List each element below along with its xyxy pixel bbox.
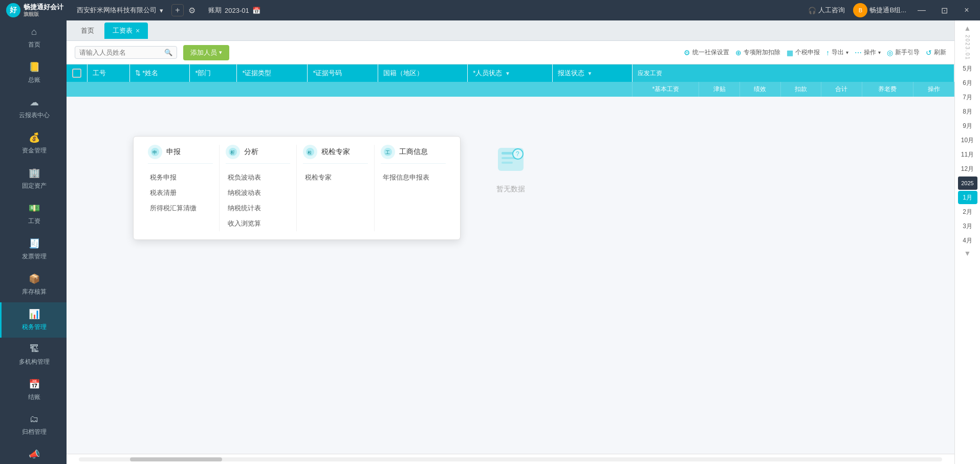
operations-action[interactable]: ⋯ 操作 ▾: [855, 48, 881, 57]
sidebar-label-fixed-assets: 固定资产: [22, 182, 47, 190]
operations-dropdown-icon: ▾: [878, 50, 881, 55]
content-area: 首页 工资表 × 🔍 添加人员 ▾ ⚙ 统一社保设置 ⊕: [67, 20, 954, 464]
sidebar-item-cloud-report[interactable]: ☁ 云报表中心: [0, 91, 67, 126]
horizontal-scrollbar-track[interactable]: [79, 457, 942, 461]
sidebar-item-capital[interactable]: 💰 资金管理: [0, 126, 67, 161]
business-info-section-title: 工商信息: [399, 147, 428, 157]
ledger-icon: 📒: [29, 61, 40, 73]
tax-report-action[interactable]: ▦ 个税申报: [787, 48, 820, 57]
sidebar-item-inventory[interactable]: 📦 库存核算: [0, 267, 67, 302]
sidebar-item-invoice[interactable]: 🧾 发票管理: [0, 232, 67, 267]
rs-month-5[interactable]: 5月: [958, 62, 977, 75]
col-dept-header: *部门: [190, 64, 237, 82]
tab-home[interactable]: 首页: [73, 23, 102, 39]
rs-month-12[interactable]: 12月: [958, 162, 977, 175]
sidebar-item-closing[interactable]: 📅 结账: [0, 372, 67, 408]
sidebar-label-salary: 工资: [28, 217, 40, 226]
header-checkbox[interactable]: [72, 69, 81, 78]
new-guide-action[interactable]: ◎ 新手引导: [887, 48, 920, 57]
sidebar-item-home[interactable]: ⌂ 首页: [0, 20, 67, 55]
rs-month-3[interactable]: 3月: [958, 219, 977, 233]
col-num-header: 工号: [87, 64, 129, 82]
menu-item-income-calc[interactable]: 所得税汇算清缴: [148, 201, 213, 216]
business-info-section-icon: 工: [381, 145, 395, 159]
window-restore-button[interactable]: ⊡: [937, 3, 951, 17]
rs-scroll-up[interactable]: ▲: [961, 23, 975, 34]
search-icon: 🔍: [164, 49, 172, 56]
sidebar-item-fixed-assets[interactable]: 🏢 固定资产: [0, 161, 67, 196]
invoice-icon: 🧾: [29, 238, 40, 249]
col-checkbox-header[interactable]: [67, 64, 87, 82]
company-name: 西安虾米网络科技有限公司: [77, 6, 157, 15]
popup-section-tax-expert-header: 检 税检专家: [303, 145, 368, 164]
special-deduction-action[interactable]: ⊕ 专项附加扣除: [735, 48, 780, 57]
rs-month-2[interactable]: 2月: [958, 205, 977, 218]
add-company-button[interactable]: +: [171, 4, 184, 16]
rs-month-10[interactable]: 10月: [958, 134, 977, 147]
rs-month-6[interactable]: 6月: [958, 76, 977, 90]
social-insurance-action[interactable]: ⚙ 统一社保设置: [684, 48, 729, 57]
rs-month-8[interactable]: 8月: [958, 105, 977, 118]
rs-month-11[interactable]: 11月: [958, 148, 977, 161]
add-person-button[interactable]: 添加人员 ▾: [183, 45, 229, 60]
app-name: 畅捷通好会计: [24, 3, 63, 11]
empty-text: 暂无数据: [496, 185, 525, 194]
col-name-header[interactable]: ⇅ *姓名: [129, 64, 190, 82]
top-bar-actions: 🎧 人工咨询 B 畅捷通B组... — ⊡ ×: [808, 3, 974, 17]
popup-section-business-info-header: 工 工商信息: [381, 145, 446, 164]
menu-item-tax-stats[interactable]: 纳税统计表: [226, 201, 291, 216]
col-status-header[interactable]: *人员状态 ▼: [468, 64, 552, 82]
rs-month-7[interactable]: 7月: [958, 91, 977, 104]
logo-icon: 好: [6, 3, 20, 17]
period-value: 2023-01: [225, 7, 249, 14]
col-report-status-header[interactable]: 报送状态 ▼: [552, 64, 632, 82]
tab-salary-close[interactable]: ×: [136, 27, 140, 34]
svg-text:工: 工: [385, 150, 390, 155]
menu-item-annual-report[interactable]: 年报信息申报表: [381, 170, 446, 185]
sub-col-operations: 操作: [913, 82, 954, 97]
logo-text: 畅捷通好会计 旗舰版: [24, 3, 63, 17]
tax-expert-section-icon: 检: [303, 145, 317, 159]
menu-item-tax-table[interactable]: 税表清册: [148, 185, 213, 201]
window-close-button[interactable]: ×: [960, 3, 974, 17]
operations-icon: ⋯: [855, 49, 862, 57]
menu-item-income-browser[interactable]: 收入浏览算: [226, 216, 291, 231]
settings-icon[interactable]: ⚙: [186, 4, 198, 16]
rs-year-2025-marker: 2025: [958, 176, 977, 190]
sidebar-item-salary[interactable]: 💵 工资: [0, 196, 67, 232]
rs-month-9[interactable]: 9月: [958, 119, 977, 132]
sidebar: ⌂ 首页 📒 总账 ☁ 云报表中心 💰 资金管理 🏢 固定资产 💵 工资 🧾 发…: [0, 20, 67, 464]
sidebar-item-mini-marketing[interactable]: 📣 小畅报销: [0, 443, 67, 464]
menu-item-tax-declare[interactable]: 税务申报: [148, 170, 213, 185]
search-input[interactable]: [79, 49, 161, 56]
tax-icon: 📊: [29, 308, 40, 320]
sidebar-item-archive[interactable]: 🗂 归档管理: [0, 408, 67, 443]
menu-item-tax-fluctuation[interactable]: 税负波动表: [226, 170, 291, 185]
horizontal-scrollbar-thumb[interactable]: [130, 457, 222, 461]
sidebar-label-archive: 归档管理: [22, 428, 47, 436]
company-dropdown-icon: ▾: [160, 7, 163, 14]
closing-icon: 📅: [29, 379, 40, 390]
col-idnum-header: *证据号码: [308, 64, 378, 82]
export-action[interactable]: ↑ 导出 ▾: [826, 48, 848, 57]
declaration-section-title: 申报: [166, 147, 181, 157]
sidebar-item-ledger[interactable]: 📒 总账: [0, 55, 67, 91]
popup-section-business-info: 工 工商信息 年报信息申报表: [375, 145, 452, 231]
sidebar-item-tax[interactable]: 📊 税务管理: [0, 302, 67, 338]
window-minimize-button[interactable]: —: [914, 3, 929, 17]
rs-month-4[interactable]: 4月: [958, 234, 977, 247]
help-action[interactable]: 🎧 人工咨询: [808, 6, 845, 15]
rs-scroll-down[interactable]: ▼: [961, 248, 975, 259]
user-action[interactable]: B 畅捷通B组...: [853, 3, 906, 17]
sub-col-base-salary: *基本工资: [633, 82, 699, 97]
refresh-action[interactable]: ↺ 刷新: [926, 48, 946, 57]
capital-icon: 💰: [29, 132, 40, 143]
menu-item-tax-payment-fluctuation[interactable]: 纳税波动表: [226, 185, 291, 201]
sidebar-label-home: 首页: [28, 40, 40, 49]
menu-item-tax-expert[interactable]: 税检专家: [303, 170, 368, 185]
rs-month-1-active[interactable]: 1月: [958, 191, 977, 204]
sidebar-item-multi-org[interactable]: 🏗 多机构管理: [0, 338, 67, 372]
company-selector[interactable]: 西安虾米网络科技有限公司 ▾: [73, 4, 167, 17]
calendar-icon[interactable]: 📅: [252, 7, 260, 14]
tab-salary[interactable]: 工资表 ×: [104, 23, 148, 39]
